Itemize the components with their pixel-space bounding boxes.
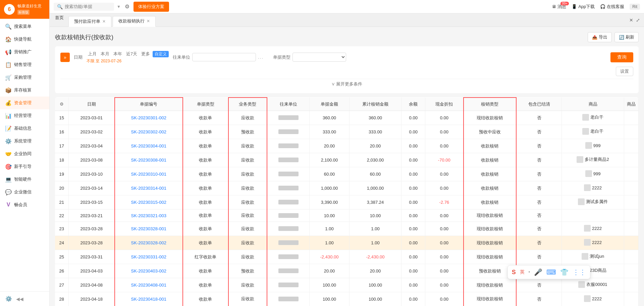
td-date: 2023-03-08	[68, 153, 115, 167]
sn-link[interactable]: SK-20230304-001	[131, 143, 166, 148]
sidebar-item-smart-hardware[interactable]: 💻 智能硬件	[0, 173, 49, 186]
filter-custom-button[interactable]: 自定义	[153, 51, 169, 57]
td-amount: 10.00	[310, 209, 349, 222]
float-grid-icon[interactable]: ⌨	[546, 268, 556, 276]
sn-link[interactable]: SK-20230310-001	[131, 172, 166, 177]
sidebar-item-search[interactable]: 🔍 搜索菜单	[0, 20, 49, 33]
td-num: 24	[55, 236, 68, 250]
sn-link[interactable]: SK-20230321-003	[131, 213, 166, 218]
floating-input-toolbar: S 英 • 🎤 ⌨ 👕 ⋮⋮	[507, 265, 590, 279]
float-mic-icon[interactable]: 🎤	[534, 268, 542, 276]
tab-collection-verify-close[interactable]: ✕	[147, 19, 150, 23]
filter-last-month[interactable]: 上月	[87, 50, 98, 58]
sn-link[interactable]: SK-20230314-001	[131, 186, 166, 191]
filter-this-year[interactable]: 本年	[112, 50, 123, 58]
vip-icon: V	[5, 202, 11, 208]
sidebar-item-inventory[interactable]: 📦 库存核算	[0, 84, 49, 97]
table-header-row: ⚙ 日期 单据编号 单据类型 业务类型 往来单位 单据金额 累计核销金额 余额 …	[55, 98, 639, 111]
topbar-messages[interactable]: 🖥 消息 99+	[552, 4, 566, 10]
td-date: 2023-03-28	[68, 236, 115, 250]
sidebar-item-marketing[interactable]: 📢 营销推广	[0, 46, 49, 58]
filter-expand-more[interactable]: ∨ 展开更多条件	[60, 79, 633, 89]
td-type: 收款单	[183, 139, 228, 153]
th-cumulative: 累计核销金额	[349, 98, 401, 111]
float-s-icon[interactable]: S	[512, 269, 516, 276]
sidebar-item-enterprise-wechat[interactable]: 💬 企业微信	[0, 186, 49, 198]
td-amount: -2,430.00	[310, 250, 349, 264]
sn-link[interactable]: SK-20230328-001	[131, 226, 166, 231]
td-cumulative: 1.00	[349, 236, 401, 250]
inventory-icon: 📦	[5, 87, 11, 93]
float-shirt-icon[interactable]: 👕	[560, 268, 569, 276]
td-sn: SK-20230418-001	[115, 292, 183, 306]
sn-link[interactable]: SK-20230331-002	[131, 254, 166, 259]
sn-link[interactable]: SK-20230408-001	[131, 283, 166, 288]
filter-receipt-type-select[interactable]	[292, 53, 346, 62]
topbar-gear-icon[interactable]: ⚙	[123, 2, 131, 11]
filter-this-month[interactable]: 本月	[99, 50, 111, 58]
topbar-user-label[interactable]: Rit	[630, 4, 640, 10]
tab-pre-payment[interactable]: 预付款应付单 ✕	[68, 16, 111, 27]
topbar-search-wrap[interactable]: 🔍	[54, 3, 114, 11]
sidebar-item-sales[interactable]: 📋 销售管理	[0, 58, 49, 71]
topbar-search-input[interactable]	[65, 4, 105, 9]
td-balance: 0.00	[401, 181, 425, 195]
filter-expand-more-label: ∨ 展开更多条件	[331, 81, 363, 87]
float-en-icon[interactable]: 英	[520, 269, 525, 275]
td-sn: SK-20230301-002	[115, 111, 183, 125]
topbar-solution-button[interactable]: 体验行业方案	[133, 2, 169, 12]
table-gear-icon[interactable]: ⚙	[60, 102, 64, 107]
filter-settings-button[interactable]: 设置	[616, 67, 633, 76]
td-discount: 0.00	[425, 111, 464, 125]
sn-link[interactable]: SK-20230403-002	[131, 268, 166, 273]
topbar-app-download[interactable]: 📱 App下载	[572, 4, 595, 10]
td-amount: 1.00	[310, 236, 349, 250]
sidebar-item-beginner[interactable]: 🎯 新手引导	[0, 160, 49, 173]
sidebar-collapse-icon[interactable]: ◀◀	[16, 296, 23, 302]
td-product2	[624, 264, 639, 278]
sidebar-item-system[interactable]: ⚙️ 系统管理	[0, 135, 49, 147]
td-verify-type: 现结收款核销	[464, 209, 517, 222]
sidebar-item-quick-nav[interactable]: 🏠 快捷导航	[0, 33, 49, 46]
refresh-button[interactable]: 🔄 刷新	[614, 32, 639, 42]
td-included: 否	[516, 250, 561, 264]
sidebar-item-enterprise-collab[interactable]: 🤝 企业协同	[0, 147, 49, 160]
td-verify-type: 预收中应收	[464, 125, 517, 139]
sidebar-item-purchase[interactable]: 🛒 采购管理	[0, 71, 49, 84]
td-verify-type: 现结收款核销	[464, 111, 517, 125]
export-button[interactable]: 📤 导出	[588, 32, 612, 42]
td-unit	[267, 209, 310, 222]
sn-link[interactable]: SK-20230301-002	[131, 115, 166, 120]
topbar-online-service[interactable]: 🎧 在线客服	[600, 4, 624, 10]
td-unit	[267, 125, 310, 139]
sn-link[interactable]: SK-20230418-001	[131, 297, 166, 302]
beginner-icon: 🎯	[5, 164, 11, 170]
float-apps-icon[interactable]: ⋮⋮	[573, 268, 586, 276]
filter-expand-button[interactable]: »	[60, 53, 70, 62]
td-product: 999	[562, 167, 624, 181]
sn-link[interactable]: SK-20230328-002	[131, 240, 166, 245]
th-gear[interactable]: ⚙	[55, 98, 68, 111]
tab-collection-verify[interactable]: 收款核销执行 ✕	[113, 16, 156, 27]
sidebar-item-operations[interactable]: 📊 经营管理	[0, 109, 49, 122]
tab-expand-icon[interactable]: ⤢	[636, 17, 640, 23]
sidebar-bottom: ⚙️ ◀◀	[0, 291, 49, 306]
sidebar-item-vip[interactable]: V 畅会员	[0, 198, 49, 211]
sn-link[interactable]: SK-20230315-002	[131, 200, 166, 205]
tab-pre-payment-close[interactable]: ✕	[102, 19, 106, 24]
td-type: 收款单	[183, 167, 228, 181]
td-num: 25	[55, 250, 68, 264]
filter-more[interactable]: 更多	[140, 50, 151, 58]
topbar-search-icon: 🔍	[57, 4, 63, 9]
sn-link[interactable]: SK-20230302-002	[131, 129, 166, 134]
sidebar-item-finance[interactable]: 💰 资金管理	[0, 97, 49, 109]
table-row: 17 2023-03-04 SK-20230304-001 收款单 应收款 20…	[55, 139, 639, 153]
sn-link[interactable]: SK-20230308-001	[131, 158, 166, 163]
sidebar-item-basic-info[interactable]: 📝 基础信息	[0, 122, 49, 135]
tab-close-all-icon[interactable]: ✕	[629, 17, 633, 23]
tab-home[interactable]: 首页	[51, 15, 68, 25]
filter-7days[interactable]: 近7天	[125, 50, 139, 58]
filter-unit-input[interactable]	[192, 53, 256, 61]
filter-query-button[interactable]: 查询	[610, 52, 633, 62]
sidebar-settings-icon[interactable]: ⚙️	[5, 296, 12, 302]
